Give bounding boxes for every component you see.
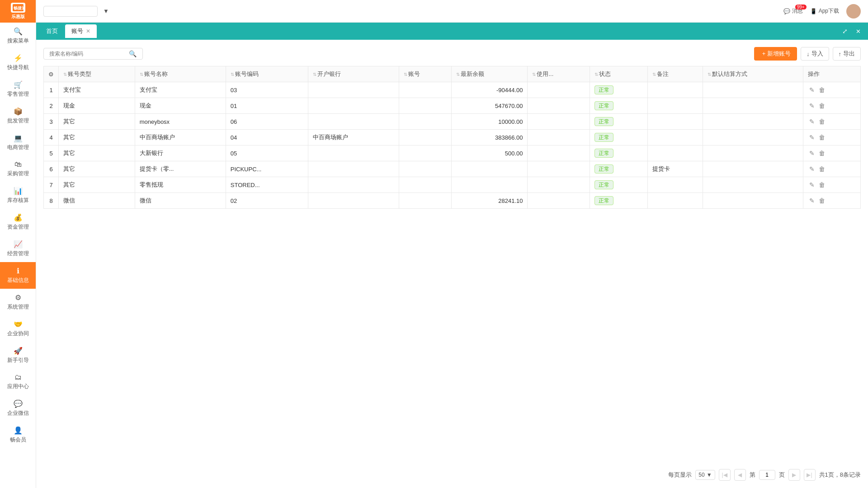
msg-button[interactable]: 💬 消息 99+ [783,7,803,15]
table-row: 2 现金 现金 01 547670.00 正常 ✎ 🗑 [44,98,861,114]
edit-button[interactable]: ✎ [809,197,815,204]
th-note[interactable]: ⇅备注 [648,66,703,82]
cell-balance: 10000.00 [451,114,528,130]
topbar-left: ▼ [43,6,109,17]
add-button-label: + 新增账号 [762,50,791,58]
delete-button[interactable]: 🗑 [819,197,825,204]
tab-account[interactable]: 账号 ✕ [65,24,97,38]
edit-button[interactable]: ✎ [809,102,815,109]
edit-button[interactable]: ✎ [809,86,815,94]
cell-default-pay [703,145,803,161]
sidebar-item-finance[interactable]: 💰 资金管理 [0,209,36,235]
close-window-icon[interactable]: ✕ [852,28,864,35]
delete-button[interactable]: 🗑 [819,150,825,157]
sidebar-item-ecommerce[interactable]: 💻 电商管理 [0,129,36,156]
cell-use [528,193,590,209]
sidebar-item-guide[interactable]: 🚀 新手引导 [0,342,36,369]
tab-home[interactable]: 首页 [40,24,64,38]
page-size-label: 每页显示 [668,471,692,479]
edit-button[interactable]: ✎ [809,118,815,125]
maximize-icon[interactable]: ⤢ [839,28,851,35]
edit-button[interactable]: ✎ [809,165,815,173]
delete-button[interactable]: 🗑 [819,86,825,94]
delete-button[interactable]: 🗑 [819,134,825,141]
topbar: ▼ 💬 消息 99+ 📱 App下载 [36,0,868,23]
delete-button[interactable]: 🗑 [819,165,825,173]
wechat-icon: 💬 [14,399,23,408]
sidebar-item-purchase[interactable]: 🛍 采购管理 [0,156,36,182]
edit-button[interactable]: ✎ [809,181,815,188]
th-account[interactable]: ⇅账号 [399,66,452,82]
delete-button[interactable]: 🗑 [819,102,825,109]
close-tab-icon[interactable]: ✕ [86,28,90,34]
cell-type: 其它 [59,145,135,161]
page-size-select[interactable]: 50 ▼ [695,470,715,480]
cell-action: ✎ 🗑 [803,161,860,177]
th-use[interactable]: ⇅使用... [528,66,590,82]
sidebar-item-wechat[interactable]: 💬 企业微信 [0,395,36,422]
cell-bank: 中百商场账户 [308,130,399,145]
cell-note [648,130,703,145]
sidebar-item-cooperation[interactable]: 🤝 企业协同 [0,315,36,342]
status-badge: 正常 [594,101,613,110]
cell-name: 现金 [135,98,226,114]
th-bank[interactable]: ⇅开户银行 [308,66,399,82]
th-balance[interactable]: ⇅最新余额 [451,66,528,82]
delete-button[interactable]: 🗑 [819,118,825,125]
sidebar-item-system[interactable]: ⚙ 系统管理 [0,289,36,315]
topbar-search-input[interactable] [43,6,98,17]
cell-account [399,130,452,145]
sidebar-item-inventory[interactable]: 📊 库存核算 [0,182,36,209]
sidebar-item-member[interactable]: 👤 畅会员 [0,422,36,448]
cell-code: 04 [226,130,308,145]
cell-type: 现金 [59,98,135,114]
sidebar-item-retail[interactable]: 🛒 零售管理 [0,76,36,103]
next-page-button[interactable]: ▶ [788,469,800,481]
edit-button[interactable]: ✎ [809,134,815,141]
app-download-button[interactable]: 📱 App下载 [810,7,839,15]
search-icon[interactable]: 🔍 [129,50,137,57]
table-row: 3 其它 moneybosx 06 10000.00 正常 ✎ 🗑 [44,114,861,130]
inventory-icon: 📊 [14,187,23,195]
th-action: 操作 [803,66,860,82]
th-status[interactable]: ⇅状态 [590,66,648,82]
sidebar-item-shortcut[interactable]: ⚡ 快捷导航 [0,49,36,76]
prev-page-button[interactable]: ◀ [734,469,746,481]
status-badge: 正常 [594,133,613,142]
row-num: 5 [44,145,59,161]
sidebar-item-basic-info[interactable]: ℹ 基础信息 [0,262,36,289]
cell-bank [308,193,399,209]
status-badge: 正常 [594,85,613,94]
edit-button[interactable]: ✎ [809,150,815,157]
delete-button[interactable]: 🗑 [819,181,825,188]
guide-icon: 🚀 [14,347,23,355]
th-name[interactable]: ⇅账号名称 [135,66,226,82]
sidebar-item-operation[interactable]: 📈 经营管理 [0,235,36,262]
cell-type: 其它 [59,130,135,145]
cell-code: 01 [226,98,308,114]
sidebar-item-search[interactable]: 🔍 搜索菜单 [0,23,36,49]
th-settings[interactable]: ⚙ [44,66,59,82]
accounts-table: ⚙ ⇅账号类型 ⇅账号名称 ⇅账号编码 ⇅开户银行 ⇅账号 ⇅最新余额 ⇅使用.… [43,66,861,209]
cell-balance [451,161,528,177]
sidebar-item-app-center[interactable]: 🗂 应用中心 [0,369,36,395]
search-input[interactable] [47,48,129,59]
page-input[interactable] [759,470,775,480]
topbar-dropdown[interactable]: ▼ [103,8,109,14]
th-default-pay[interactable]: ⇅默认结算方式 [703,66,803,82]
last-page-button[interactable]: ▶| [804,469,816,481]
cell-note [648,145,703,161]
cell-action: ✎ 🗑 [803,114,860,130]
cell-status: 正常 [590,161,648,177]
first-page-button[interactable]: |◀ [719,469,731,481]
sidebar-item-wholesale[interactable]: 📦 批发管理 [0,103,36,129]
th-code[interactable]: ⇅账号编码 [226,66,308,82]
sidebar-label-search: 搜索菜单 [7,37,29,45]
export-button[interactable]: ↑ 导出 [833,47,861,61]
import-button[interactable]: ↓ 导入 [801,47,829,61]
system-icon: ⚙ [15,293,21,302]
add-account-button[interactable]: + 新增账号 [754,47,797,61]
cell-name: moneybosx [135,114,226,130]
th-type[interactable]: ⇅账号类型 [59,66,135,82]
avatar[interactable] [846,4,861,19]
